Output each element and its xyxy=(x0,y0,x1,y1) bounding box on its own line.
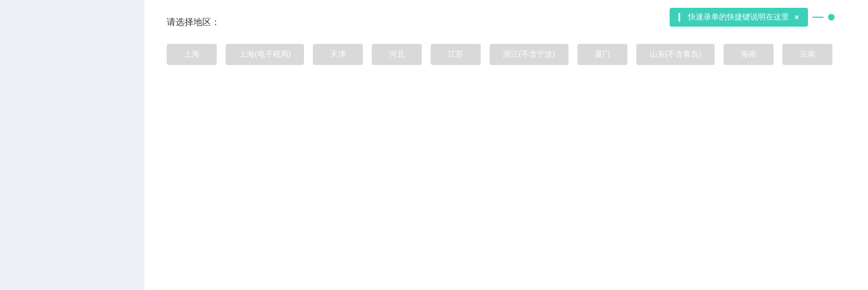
region-button-shanghai[interactable]: 上海 xyxy=(167,44,217,65)
region-button-shanghai-etax[interactable]: 上海(电子税局) xyxy=(226,44,304,65)
tooltip-bubble: 快速录单的快捷键说明在这里 × xyxy=(670,8,808,27)
left-sidebar xyxy=(0,0,144,290)
region-button-jiangsu[interactable]: 江苏 xyxy=(431,44,481,65)
tooltip-text: 快速录单的快捷键说明在这里 xyxy=(688,12,789,22)
region-buttons: 上海上海(电子税局)天津河北江苏浙江(不含宁波)厦门山东(不含青岛)海南云南 xyxy=(167,44,846,65)
region-button-tianjin[interactable]: 天津 xyxy=(313,44,363,65)
region-button-xiamen[interactable]: 厦门 xyxy=(577,44,627,65)
main-content: 请选择地区： 上海上海(电子税局)天津河北江苏浙江(不含宁波)厦门山东(不含青岛… xyxy=(144,0,868,290)
region-button-zhejiang[interactable]: 浙江(不含宁波) xyxy=(490,44,568,65)
region-button-hebei[interactable]: 河北 xyxy=(372,44,422,65)
tooltip-close-button[interactable]: × xyxy=(795,13,799,22)
region-button-shandong[interactable]: 山东(不含青岛) xyxy=(636,44,715,65)
region-button-yunnan[interactable]: 云南 xyxy=(782,44,832,65)
tooltip-connector-dot xyxy=(828,14,835,21)
tooltip-connector-line xyxy=(812,17,824,18)
tooltip-container: 快速录单的快捷键说明在这里 × xyxy=(670,8,835,27)
region-button-hainan[interactable]: 海南 xyxy=(724,44,774,65)
